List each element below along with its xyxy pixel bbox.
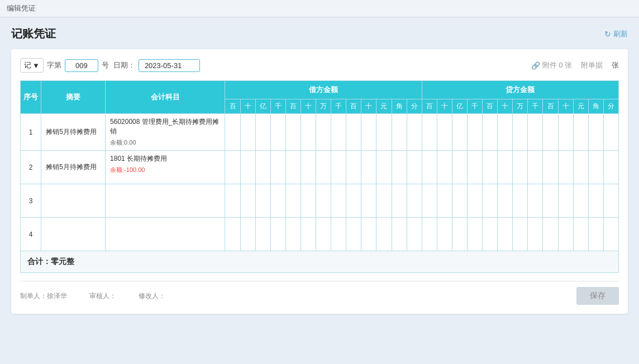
- debit-digit-3-2[interactable]: [255, 218, 270, 251]
- credit-digit-2-6[interactable]: [513, 184, 528, 218]
- row-summary-2[interactable]: [41, 184, 106, 218]
- debit-digit-2-2[interactable]: [255, 184, 270, 218]
- credit-digit-3-2[interactable]: [452, 218, 467, 251]
- debit-digit-2-4[interactable]: [285, 184, 301, 218]
- debit-digit-1-12[interactable]: [407, 151, 422, 184]
- credit-digit-3-6[interactable]: [513, 218, 528, 251]
- credit-digit-1-12[interactable]: [603, 151, 618, 184]
- credit-digit-3-11[interactable]: [588, 218, 603, 251]
- date-input[interactable]: [139, 59, 200, 72]
- credit-digit-1-1[interactable]: [437, 151, 452, 184]
- debit-digit-3-8[interactable]: [346, 218, 361, 251]
- credit-digit-0-2[interactable]: [452, 114, 467, 151]
- credit-digit-2-2[interactable]: [452, 184, 467, 218]
- debit-digit-0-6[interactable]: [316, 114, 331, 151]
- attach-single-link[interactable]: 附单据: [581, 60, 603, 70]
- debit-digit-2-0[interactable]: [225, 184, 240, 218]
- credit-digit-3-8[interactable]: [543, 218, 558, 251]
- debit-digit-0-2[interactable]: [255, 114, 270, 151]
- debit-digit-1-5[interactable]: [301, 151, 316, 184]
- credit-digit-1-4[interactable]: [483, 151, 498, 184]
- debit-digit-2-12[interactable]: [407, 184, 422, 218]
- credit-digit-2-1[interactable]: [437, 184, 452, 218]
- ji-select[interactable]: 记 ▼: [20, 58, 44, 73]
- credit-digit-2-4[interactable]: [483, 184, 498, 218]
- credit-digit-1-5[interactable]: [498, 151, 513, 184]
- debit-digit-1-1[interactable]: [240, 151, 255, 184]
- credit-digit-1-10[interactable]: [573, 151, 588, 184]
- credit-digit-0-12[interactable]: [603, 114, 618, 151]
- debit-digit-1-2[interactable]: [255, 151, 270, 184]
- credit-digit-1-9[interactable]: [558, 151, 573, 184]
- credit-digit-0-7[interactable]: [528, 114, 543, 151]
- debit-digit-0-9[interactable]: [361, 114, 376, 151]
- debit-digit-1-4[interactable]: [285, 151, 301, 184]
- debit-digit-0-10[interactable]: [376, 114, 392, 151]
- debit-digit-0-4[interactable]: [285, 114, 301, 151]
- credit-digit-0-8[interactable]: [543, 114, 558, 151]
- credit-digit-0-4[interactable]: [483, 114, 498, 151]
- debit-digit-0-3[interactable]: [270, 114, 285, 151]
- debit-digit-2-6[interactable]: [316, 184, 331, 218]
- debit-digit-1-11[interactable]: [392, 151, 407, 184]
- credit-digit-1-8[interactable]: [543, 151, 558, 184]
- debit-digit-0-11[interactable]: [392, 114, 407, 151]
- debit-digit-2-7[interactable]: [331, 184, 346, 218]
- credit-digit-0-6[interactable]: [513, 114, 528, 151]
- debit-digit-2-9[interactable]: [361, 184, 376, 218]
- debit-digit-1-6[interactable]: [316, 151, 331, 184]
- row-account-2[interactable]: [106, 184, 225, 218]
- credit-digit-2-9[interactable]: [558, 184, 573, 218]
- credit-digit-3-9[interactable]: [558, 218, 573, 251]
- debit-digit-1-8[interactable]: [346, 151, 361, 184]
- credit-digit-3-1[interactable]: [437, 218, 452, 251]
- credit-digit-2-10[interactable]: [573, 184, 588, 218]
- debit-digit-1-0[interactable]: [225, 151, 240, 184]
- debit-digit-3-3[interactable]: [270, 218, 285, 251]
- row-account-3[interactable]: [106, 218, 225, 251]
- debit-digit-2-1[interactable]: [240, 184, 255, 218]
- credit-digit-0-10[interactable]: [573, 114, 588, 151]
- credit-digit-1-11[interactable]: [588, 151, 603, 184]
- row-summary-0[interactable]: 摊销5月待摊费用: [41, 114, 106, 151]
- debit-digit-3-5[interactable]: [301, 218, 316, 251]
- debit-digit-3-10[interactable]: [376, 218, 392, 251]
- debit-digit-1-9[interactable]: [361, 151, 376, 184]
- credit-digit-1-6[interactable]: [513, 151, 528, 184]
- debit-digit-0-12[interactable]: [407, 114, 422, 151]
- credit-digit-0-1[interactable]: [437, 114, 452, 151]
- credit-digit-2-12[interactable]: [603, 184, 618, 218]
- debit-digit-1-3[interactable]: [270, 151, 285, 184]
- debit-digit-1-10[interactable]: [376, 151, 392, 184]
- debit-digit-0-1[interactable]: [240, 114, 255, 151]
- credit-digit-0-11[interactable]: [588, 114, 603, 151]
- debit-digit-3-12[interactable]: [407, 218, 422, 251]
- credit-digit-1-7[interactable]: [528, 151, 543, 184]
- credit-digit-2-3[interactable]: [467, 184, 482, 218]
- credit-digit-1-2[interactable]: [452, 151, 467, 184]
- debit-digit-3-11[interactable]: [392, 218, 407, 251]
- attachment-link[interactable]: 🔗 附件 0 张: [531, 60, 572, 70]
- debit-digit-3-0[interactable]: [225, 218, 240, 251]
- credit-digit-2-0[interactable]: [422, 184, 437, 218]
- debit-digit-0-0[interactable]: [225, 114, 240, 151]
- debit-digit-3-9[interactable]: [361, 218, 376, 251]
- save-button[interactable]: 保存: [576, 287, 619, 305]
- credit-digit-2-5[interactable]: [498, 184, 513, 218]
- credit-digit-1-3[interactable]: [467, 151, 482, 184]
- row-summary-1[interactable]: 摊销5月待摊费用: [41, 151, 106, 184]
- debit-digit-2-3[interactable]: [270, 184, 285, 218]
- debit-digit-2-10[interactable]: [376, 184, 392, 218]
- debit-digit-2-8[interactable]: [346, 184, 361, 218]
- debit-digit-3-6[interactable]: [316, 218, 331, 251]
- credit-digit-1-0[interactable]: [422, 151, 437, 184]
- row-summary-3[interactable]: [41, 218, 106, 251]
- credit-digit-3-10[interactable]: [573, 218, 588, 251]
- debit-digit-3-7[interactable]: [331, 218, 346, 251]
- debit-digit-0-5[interactable]: [301, 114, 316, 151]
- refresh-button[interactable]: ↻ 刷新: [604, 29, 628, 39]
- debit-digit-3-1[interactable]: [240, 218, 255, 251]
- credit-digit-3-4[interactable]: [483, 218, 498, 251]
- credit-digit-3-0[interactable]: [422, 218, 437, 251]
- row-account-1[interactable]: 1801 长期待摊费用余额:-100.00: [106, 151, 225, 184]
